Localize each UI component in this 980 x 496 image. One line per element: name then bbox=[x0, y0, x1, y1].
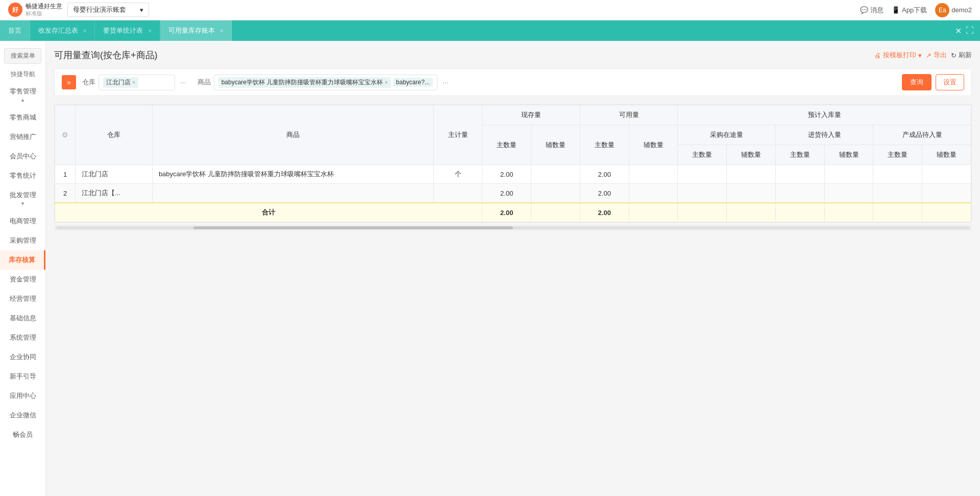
sidebar-item-ecommerce-label: 电商管理 bbox=[10, 217, 36, 226]
warehouse-col-header: 仓库 bbox=[76, 105, 153, 165]
message-btn[interactable]: 💬 消息 bbox=[860, 6, 884, 15]
row1-produce-main bbox=[873, 165, 922, 184]
data-table-container: ⚙ 仓库 商品 主计量 现存量 可用量 预计入库量 主数量 辅数量 主数量 辅数… bbox=[54, 104, 972, 223]
top-bar-left: 好 畅捷通好生意 标准版 母婴行业演示账套 ▾ bbox=[8, 3, 149, 17]
warehouse-filter-input[interactable]: 江北门店 × bbox=[99, 75, 175, 90]
chevron-down-print-icon: ▾ bbox=[918, 52, 922, 59]
sidebar-item-retail-stats-label: 零售统计 bbox=[10, 171, 36, 180]
sidebar-item-wechat[interactable]: 企业微信 bbox=[0, 406, 45, 425]
logo-area: 好 畅捷通好生意 标准版 bbox=[8, 3, 62, 17]
setting-button[interactable]: 设置 bbox=[936, 74, 964, 90]
filter-more-dots[interactable]: ··· bbox=[178, 78, 188, 86]
sidebar-item-wholesale[interactable]: 批发管理 ▼ bbox=[0, 185, 45, 211]
scrollbar-thumb[interactable] bbox=[193, 226, 513, 229]
sidebar-item-marketing[interactable]: 营销推广 bbox=[0, 127, 45, 147]
goods-tag-1-remove[interactable]: × bbox=[384, 79, 387, 85]
refresh-btn[interactable]: ↻ 刷新 bbox=[951, 51, 972, 60]
horizontal-scrollbar[interactable] bbox=[54, 225, 972, 231]
sidebar-item-wechat-label: 企业微信 bbox=[10, 411, 36, 420]
sidebar-search-area: 搜索菜单 bbox=[0, 45, 45, 67]
produce-sub-header: 辅数量 bbox=[922, 145, 971, 165]
incoming-group-header: 进货待入量 bbox=[775, 125, 873, 145]
chevron-icon: ▲ bbox=[20, 97, 26, 103]
sidebar-item-member2[interactable]: 畅会员 bbox=[0, 425, 45, 444]
sidebar-item-member[interactable]: 会员中心 bbox=[0, 147, 45, 166]
stock-sub-header: 辅数量 bbox=[531, 125, 580, 165]
sidebar-item-inventory[interactable]: 库存核算 bbox=[0, 250, 45, 270]
sidebar-item-basic-info[interactable]: 基础信息 bbox=[0, 309, 45, 328]
tab-order-stats-close[interactable]: × bbox=[148, 28, 151, 34]
scrollbar-track bbox=[56, 226, 970, 229]
purchase-main-header: 主数量 bbox=[678, 145, 727, 165]
produce-main-header: 主数量 bbox=[873, 145, 922, 165]
quick-nav-label[interactable]: 快捷导航 bbox=[0, 67, 45, 82]
app-download-btn[interactable]: 📱 App下载 bbox=[892, 6, 927, 15]
query-button[interactable]: 查询 bbox=[902, 74, 932, 90]
tab-order-stats[interactable]: 要货单统计表 × bbox=[95, 20, 160, 41]
tab-available-stock[interactable]: 可用量库存账本 × bbox=[160, 20, 232, 41]
sidebar-item-guide[interactable]: 新手引导 bbox=[0, 367, 45, 386]
tab-home-label: 首页 bbox=[8, 26, 21, 35]
row2-unit bbox=[433, 184, 482, 203]
row1-incoming-sub bbox=[824, 165, 873, 184]
row2-incoming-sub bbox=[824, 184, 873, 203]
tab-actions: ✕ ⛶ bbox=[949, 20, 980, 41]
sidebar-item-finance[interactable]: 资金管理 bbox=[0, 270, 45, 289]
goods-filter-input[interactable]: babycare学饮杯 儿童防摔防撞吸管杯重力球吸嘴杯宝宝水杯 × babyca… bbox=[214, 75, 437, 90]
message-icon: 💬 bbox=[860, 6, 868, 14]
filter-right-actions: 查询 设置 bbox=[902, 74, 964, 90]
sidebar-item-system[interactable]: 系统管理 bbox=[0, 328, 45, 347]
row1-produce-sub bbox=[922, 165, 971, 184]
content-area: 可用量查询(按仓库+商品) 🖨 按模板打印 ▾ ↗ 导出 ↻ 刷新 bbox=[46, 41, 980, 496]
sidebar-item-app-center[interactable]: 应用中心 bbox=[0, 386, 45, 406]
avatar: Ea bbox=[935, 3, 949, 17]
export-btn[interactable]: ↗ 导出 bbox=[926, 51, 947, 60]
chevron-right-icon: » bbox=[67, 78, 71, 86]
search-menu-btn[interactable]: 搜索菜单 bbox=[4, 48, 41, 64]
sidebar-item-retail-mall[interactable]: 零售商城 bbox=[0, 108, 45, 127]
refresh-icon: ↻ bbox=[951, 52, 957, 59]
template-print-btn[interactable]: 🖨 按模板打印 ▾ bbox=[874, 51, 922, 60]
sidebar-item-purchase[interactable]: 采购管理 bbox=[0, 231, 45, 250]
industry-label: 母婴行业演示账套 bbox=[73, 5, 126, 14]
sidebar-item-retail-stats[interactable]: 零售统计 bbox=[0, 166, 45, 185]
footer-produce-sub bbox=[922, 203, 971, 222]
sidebar-item-ecommerce[interactable]: 电商管理 bbox=[0, 211, 45, 231]
tab-available-stock-close[interactable]: × bbox=[220, 28, 223, 34]
warehouse-tag-remove[interactable]: × bbox=[132, 79, 135, 85]
tab-stock-summary[interactable]: 收发存汇总表 × bbox=[30, 20, 95, 41]
row1-goods: babycare学饮杯 儿童防摔防撞吸管杯重力球吸嘴杯宝宝水杯 bbox=[152, 165, 433, 184]
stock-group-header: 现存量 bbox=[482, 105, 580, 125]
row1-incoming-main bbox=[775, 165, 824, 184]
sidebar-item-enterprise[interactable]: 企业协同 bbox=[0, 347, 45, 367]
row1-unit: 个 bbox=[433, 165, 482, 184]
sidebar-item-operations[interactable]: 经营管理 bbox=[0, 289, 45, 309]
filter-toggle-btn[interactable]: » bbox=[62, 75, 76, 89]
top-bar-right: 💬 消息 📱 App下载 Ea demo2 bbox=[860, 3, 972, 17]
row1-avail-sub bbox=[629, 165, 678, 184]
settings-icon[interactable]: ⚙ bbox=[62, 131, 68, 139]
tab-stock-summary-close[interactable]: × bbox=[83, 28, 86, 34]
warehouse-filter-label: 仓库 bbox=[82, 78, 95, 87]
tab-home[interactable]: 首页 bbox=[0, 20, 30, 41]
sidebar-item-wholesale-label: 批发管理 bbox=[10, 191, 36, 200]
incoming-main-header: 主数量 bbox=[775, 145, 824, 165]
refresh-label: 刷新 bbox=[959, 51, 972, 60]
row2-avail-main: 2.00 bbox=[580, 184, 629, 203]
chevron-icon-2: ▼ bbox=[20, 201, 26, 206]
tab-stock-summary-label: 收发存汇总表 bbox=[38, 26, 78, 35]
sidebar-item-retail-mall-label: 零售商城 bbox=[10, 113, 36, 122]
maximize-icon[interactable]: ⛶ bbox=[966, 26, 974, 35]
sidebar-item-retail-mgmt[interactable]: 零售管理 ▲ bbox=[0, 82, 45, 108]
close-window-icon[interactable]: ✕ bbox=[955, 26, 962, 36]
sidebar-item-inventory-label: 库存核算 bbox=[9, 255, 35, 265]
goods-filter-more[interactable]: ··· bbox=[440, 78, 451, 86]
tab-available-stock-label: 可用量库存账本 bbox=[168, 26, 215, 35]
user-area[interactable]: Ea demo2 bbox=[935, 3, 972, 17]
footer-avail-main: 2.00 bbox=[580, 203, 629, 222]
industry-select[interactable]: 母婴行业演示账套 ▾ bbox=[67, 3, 149, 17]
row2-incoming-main bbox=[775, 184, 824, 203]
chevron-down-icon: ▾ bbox=[140, 6, 143, 14]
row2-stock-sub bbox=[531, 184, 580, 203]
sidebar-item-system-label: 系统管理 bbox=[10, 333, 36, 342]
